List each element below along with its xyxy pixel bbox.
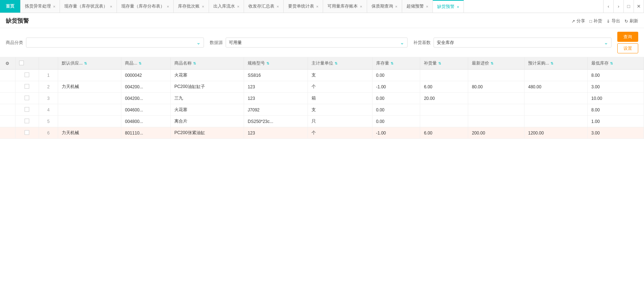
tab-requisition-stats-label: 要货单统计表 bbox=[288, 3, 314, 9]
tab-batch-account[interactable]: 库存批次账 × bbox=[174, 0, 209, 13]
tab-requisition-stats-close[interactable]: × bbox=[316, 4, 318, 9]
column-product-name[interactable]: 商品名称 ⇅ bbox=[170, 57, 244, 70]
column-index bbox=[39, 57, 58, 70]
query-button[interactable]: 查询 bbox=[617, 32, 638, 42]
column-unit[interactable]: 主计量单位 ⇅ bbox=[308, 57, 372, 70]
tab-shortage-warning-close[interactable]: × bbox=[457, 5, 459, 9]
category-filter-group: 商品分类 ⌄ bbox=[6, 37, 204, 48]
row-min-stock: 8.00 bbox=[588, 70, 644, 81]
row-product-name: 三九 bbox=[170, 93, 244, 104]
row-replenish-qty: 6.00 bbox=[420, 127, 468, 139]
column-gear[interactable]: ⚙ bbox=[0, 57, 15, 70]
table-row[interactable]: 2 力天机械 004200... PC200油缸缸子 123 个 -1.00 6… bbox=[0, 81, 644, 93]
row-checkbox[interactable] bbox=[25, 119, 29, 123]
replenish-base-filter-group: 补货基数 安全库存 ⌄ bbox=[413, 37, 612, 48]
tab-available-ledger[interactable]: 可用量库存账本 × bbox=[323, 0, 367, 13]
share-button[interactable]: ↗ 分享 bbox=[571, 18, 585, 24]
replenish-button[interactable]: □ 补货 bbox=[589, 18, 602, 24]
row-checkbox-cell[interactable] bbox=[15, 70, 39, 81]
row-est-purchase: 1200.00 bbox=[524, 127, 587, 139]
datasource-filter-group: 数据源 可用量 ⌄ bbox=[210, 37, 408, 48]
row-checkbox-cell[interactable] bbox=[15, 104, 39, 116]
tab-exception-close[interactable]: × bbox=[53, 4, 55, 9]
row-checkbox-cell[interactable] bbox=[15, 127, 39, 139]
tab-available-ledger-close[interactable]: × bbox=[360, 4, 362, 9]
replenish-icon: □ bbox=[589, 19, 592, 24]
replenish-base-filter-select[interactable]: 安全库存 ⌄ bbox=[434, 37, 612, 48]
row-index: 6 bbox=[39, 127, 58, 139]
column-latest-price[interactable]: 最新进价 ⇅ bbox=[468, 57, 525, 70]
settings-button[interactable]: 设置 bbox=[617, 43, 638, 53]
tab-batch-account-close[interactable]: × bbox=[202, 4, 204, 9]
table-row[interactable]: 1 0000042 火花塞 SS816 支 0.00 8.00 bbox=[0, 70, 644, 81]
share-label: 分享 bbox=[576, 18, 585, 24]
tab-expiry-query-close[interactable]: × bbox=[395, 4, 397, 9]
row-est-purchase: 480.00 bbox=[524, 81, 587, 93]
row-product-name: 火花塞 bbox=[170, 104, 244, 116]
row-stock-qty: -1.00 bbox=[372, 81, 420, 93]
tab-overstock-warning-close[interactable]: × bbox=[426, 4, 428, 9]
tab-overstock-warning[interactable]: 超储预警 × bbox=[402, 0, 433, 13]
tab-inout-flow[interactable]: 出入库流水 × bbox=[209, 0, 244, 13]
gear-settings-icon[interactable]: ⚙ bbox=[5, 61, 9, 66]
column-default-supplier[interactable]: 默认供应... ⇅ bbox=[58, 57, 121, 70]
row-product-code: 0000042 bbox=[121, 70, 171, 81]
page-header: 缺货预警 ↗ 分享 □ 补货 ⇓ 导出 ↻ 刷新 bbox=[0, 13, 644, 28]
row-checkbox[interactable] bbox=[25, 107, 29, 112]
row-replenish-qty bbox=[420, 116, 468, 127]
tab-home[interactable]: 首页 bbox=[0, 0, 21, 13]
tab-prev-button[interactable]: ‹ bbox=[604, 0, 614, 13]
tab-inventory-dist-close[interactable]: × bbox=[167, 4, 169, 9]
column-product-code[interactable]: 商品... ⇅ bbox=[121, 57, 171, 70]
tab-inout-flow-close[interactable]: × bbox=[237, 4, 239, 9]
table-row[interactable]: 4 004600... 火花塞 J7092 支 0.00 8.00 bbox=[0, 104, 644, 116]
datasource-filter-select[interactable]: 可用量 ⌄ bbox=[226, 37, 408, 48]
column-stock-qty[interactable]: 库存量 ⇅ bbox=[372, 57, 420, 70]
column-min-stock[interactable]: 最低库存 ⇅ bbox=[588, 57, 644, 70]
page-title: 缺货预警 bbox=[6, 17, 29, 25]
tab-shortage-warning[interactable]: 缺货预警 × bbox=[433, 0, 464, 13]
tab-receive-summary-close[interactable]: × bbox=[277, 4, 279, 9]
tab-exception[interactable]: 拣货异常处理 × bbox=[21, 0, 60, 13]
row-product-name: PC200油缸缸子 bbox=[170, 81, 244, 93]
row-product-name: 火花塞 bbox=[170, 70, 244, 81]
tab-requisition-stats[interactable]: 要货单统计表 × bbox=[284, 0, 323, 13]
row-checkbox-cell[interactable] bbox=[15, 81, 39, 93]
row-checkbox[interactable] bbox=[25, 72, 29, 77]
row-checkbox[interactable] bbox=[25, 96, 29, 100]
tab-receive-summary[interactable]: 收发存汇总表 × bbox=[244, 0, 283, 13]
column-default-supplier-label: 默认供应... bbox=[62, 60, 83, 66]
export-button[interactable]: ⇓ 导出 bbox=[606, 18, 620, 24]
column-replenish-qty[interactable]: 补货量 ⇅ bbox=[420, 57, 468, 70]
select-all-checkbox[interactable] bbox=[19, 61, 24, 65]
table-row[interactable]: 3 004200... 三九 123 箱 0.00 20.00 10.00 bbox=[0, 93, 644, 104]
column-min-stock-label: 最低库存 bbox=[591, 60, 609, 66]
column-est-purchase[interactable]: 预计采购... ⇅ bbox=[524, 57, 587, 70]
row-index: 2 bbox=[39, 81, 58, 93]
refresh-button[interactable]: ↻ 刷新 bbox=[625, 18, 638, 24]
datasource-filter-label: 数据源 bbox=[210, 40, 223, 46]
table-row[interactable]: 5 004800... 离合片 DS250*23c... 只 0.00 1.00 bbox=[0, 116, 644, 127]
table-row[interactable]: 6 力天机械 801110... PC200张紧油缸 123 个 -1.00 6… bbox=[0, 127, 644, 139]
column-spec-label: 规格型号 bbox=[248, 60, 265, 66]
tab-inventory-status[interactable]: 现存量（库存状况表） × bbox=[60, 0, 117, 13]
tab-next-button[interactable]: › bbox=[614, 0, 624, 13]
column-spec[interactable]: 规格型号 ⇅ bbox=[244, 57, 308, 70]
row-unit: 个 bbox=[308, 127, 372, 139]
tab-inventory-status-close[interactable]: × bbox=[110, 4, 112, 9]
row-default-supplier bbox=[58, 70, 121, 81]
row-checkbox-cell[interactable] bbox=[15, 116, 39, 127]
row-checkbox-cell[interactable] bbox=[15, 93, 39, 104]
tab-restore-button[interactable]: □ bbox=[624, 0, 634, 13]
row-checkbox[interactable] bbox=[25, 84, 29, 89]
replenish-base-dropdown-icon: ⌄ bbox=[604, 40, 608, 45]
tab-inventory-dist[interactable]: 现存量（库存分布表） × bbox=[117, 0, 174, 13]
row-checkbox[interactable] bbox=[25, 130, 29, 135]
category-filter-select[interactable]: ⌄ bbox=[26, 37, 204, 48]
row-min-stock: 3.00 bbox=[588, 81, 644, 93]
row-index: 4 bbox=[39, 104, 58, 116]
tab-expiry-query[interactable]: 保质期查询 × bbox=[367, 0, 402, 13]
sort-spec-icon: ⇅ bbox=[266, 61, 269, 65]
column-replenish-qty-label: 补货量 bbox=[424, 60, 437, 66]
tab-close-all-button[interactable]: ✕ bbox=[634, 0, 644, 13]
